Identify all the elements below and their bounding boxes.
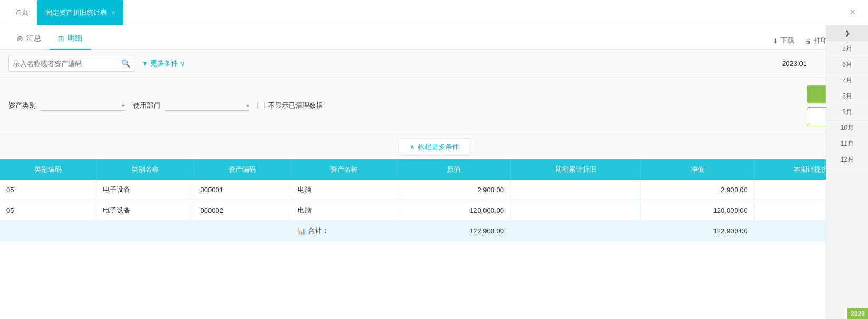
hide-cleared-label: 不显示已清理数据	[268, 101, 323, 110]
print-button[interactable]: 🖨 打印	[805, 36, 827, 45]
month-5[interactable]: 5月	[826, 41, 868, 57]
tab-close-icon[interactable]: ×	[111, 9, 115, 16]
download-button[interactable]: ⬇ 下载	[772, 36, 794, 45]
cell-original-value: 2,900.00	[397, 180, 510, 200]
main-content-area: ⊛ 汇总 ⊞ 明细 ⬇ 下载 🖨 打印 ↻ 刷新 🔍	[0, 25, 868, 319]
cell-net-value: 120,000.00	[641, 200, 754, 221]
col-header-acc-depreciation: 期初累计折旧	[511, 160, 641, 180]
active-tab[interactable]: 固定资产折旧统计表 ×	[37, 0, 123, 25]
col-header-net-value: 净值	[641, 160, 754, 180]
hide-cleared-filter[interactable]: 不显示已清理数据	[257, 101, 323, 110]
total-net-value: 122,900.00	[641, 221, 754, 241]
asset-category-arrow-icon: ▾	[122, 102, 125, 108]
month-10[interactable]: 10月	[826, 120, 868, 136]
download-icon: ⬇	[772, 37, 778, 45]
total-label-cell	[0, 221, 291, 241]
month-11[interactable]: 11月	[826, 136, 868, 152]
home-nav-item[interactable]: 首页	[8, 0, 35, 25]
total-acc-depreciation	[511, 221, 641, 241]
month-12[interactable]: 12月	[826, 152, 868, 168]
table-header-row: 类别编码 类别名称 资产编码 资产名称 原值 期初累计折旧 净值 本期计提折	[0, 160, 868, 180]
cell-asset-code: 000001	[194, 180, 291, 200]
cell-asset-name: 电脑	[291, 200, 397, 221]
col-header-cat-name: 类别名称	[97, 160, 194, 180]
asset-category-filter: 资产类别 ▾	[8, 100, 125, 111]
total-original-value: 122,900.00	[397, 221, 510, 241]
table-total-row: 📊 合计： 122,900.00 122,900.00	[0, 221, 868, 241]
search-input-wrapper[interactable]: 🔍	[8, 55, 135, 72]
total-label: 📊 合计：	[291, 221, 397, 241]
hide-cleared-checkbox[interactable]	[257, 102, 265, 109]
tab-summary-label: 汇总	[26, 34, 41, 43]
asset-category-select[interactable]: ▾	[40, 100, 125, 111]
month-6[interactable]: 6月	[826, 57, 868, 73]
tab-summary[interactable]: ⊛ 汇总	[8, 29, 50, 50]
table-row: 05 电子设备 000001 电脑 2,900.00 2,900.00	[0, 180, 868, 200]
asset-category-label: 资产类别	[8, 101, 36, 110]
top-navigation: 首页 固定资产折旧统计表 × ×	[0, 0, 868, 25]
window-close-button[interactable]: ×	[845, 7, 860, 18]
detail-icon: ⊞	[58, 34, 64, 43]
more-filter-label: 更多条件	[150, 59, 178, 68]
asset-depreciation-table: 类别编码 类别名称 资产编码 资产名称 原值 期初累计折旧 净值 本期计提折 0…	[0, 160, 868, 241]
cell-cat-code: 05	[0, 180, 97, 200]
search-input[interactable]	[13, 60, 118, 68]
department-filter: 使用部门 ▾	[133, 100, 249, 111]
chevron-down-icon: ∨	[180, 60, 185, 68]
date-navigation-sidebar: ❯ 5月 6月 7月 8月 9月 10月 11月 12月 2023	[826, 25, 868, 319]
cell-acc-depreciation	[511, 200, 641, 221]
cell-net-value: 2,900.00	[641, 180, 754, 200]
advanced-filter-section: 资产类别 ▾ 使用部门 ▾ 不显示已清理数据 查询 重置	[0, 78, 868, 134]
month-9[interactable]: 9月	[826, 105, 868, 120]
department-arrow-icon: ▾	[246, 102, 249, 108]
cell-original-value: 120,000.00	[397, 200, 510, 221]
print-icon: 🖨	[805, 37, 812, 45]
table-row: 05 电子设备 000002 电脑 120,000.00 120,000.00	[0, 200, 868, 221]
cell-cat-name: 电子设备	[97, 200, 194, 221]
total-icon: 📊	[298, 227, 306, 235]
year-badge: 2023	[847, 308, 868, 319]
chevron-right-icon: ❯	[845, 30, 850, 37]
cell-cat-code: 05	[0, 200, 97, 221]
sub-tabs-bar: ⊛ 汇总 ⊞ 明细 ⬇ 下载 🖨 打印 ↻ 刷新	[0, 25, 868, 50]
cell-asset-name: 电脑	[291, 180, 397, 200]
col-header-cat-code: 类别编码	[0, 160, 97, 180]
tab-detail[interactable]: ⊞ 明细	[50, 29, 91, 50]
search-icon[interactable]: 🔍	[121, 59, 130, 68]
filter-icon: ▼	[141, 60, 148, 68]
collapse-label: 收起更多条件	[418, 142, 459, 152]
tab-detail-label: 明细	[68, 34, 82, 43]
col-header-asset-code: 资产编码	[194, 160, 291, 180]
data-table-wrapper: 类别编码 类别名称 资产编码 资产名称 原值 期初累计折旧 净值 本期计提折 0…	[0, 160, 868, 241]
collapse-button[interactable]: ∧ 收起更多条件	[398, 138, 470, 155]
month-7[interactable]: 7月	[826, 73, 868, 89]
col-header-original-value: 原值	[397, 160, 510, 180]
summary-icon: ⊛	[17, 34, 23, 43]
department-label: 使用部门	[133, 101, 160, 110]
tab-label: 固定资产折旧统计表	[45, 8, 107, 17]
department-select[interactable]: ▾	[165, 100, 249, 111]
search-filter-bar: 🔍 ▼ 更多条件 ∨ 2023.01	[0, 50, 868, 78]
col-header-asset-name: 资产名称	[291, 160, 397, 180]
cell-cat-name: 电子设备	[97, 180, 194, 200]
cell-acc-depreciation	[511, 180, 641, 200]
collapse-up-icon: ∧	[409, 143, 415, 151]
more-filter-button[interactable]: ▼ 更多条件 ∨	[141, 59, 185, 68]
cell-asset-code: 000002	[194, 200, 291, 221]
month-8[interactable]: 8月	[826, 89, 868, 105]
download-label: 下载	[780, 36, 794, 45]
date-nav-toggle[interactable]: ❯	[826, 25, 868, 41]
collapse-bar: ∧ 收起更多条件	[0, 134, 868, 160]
